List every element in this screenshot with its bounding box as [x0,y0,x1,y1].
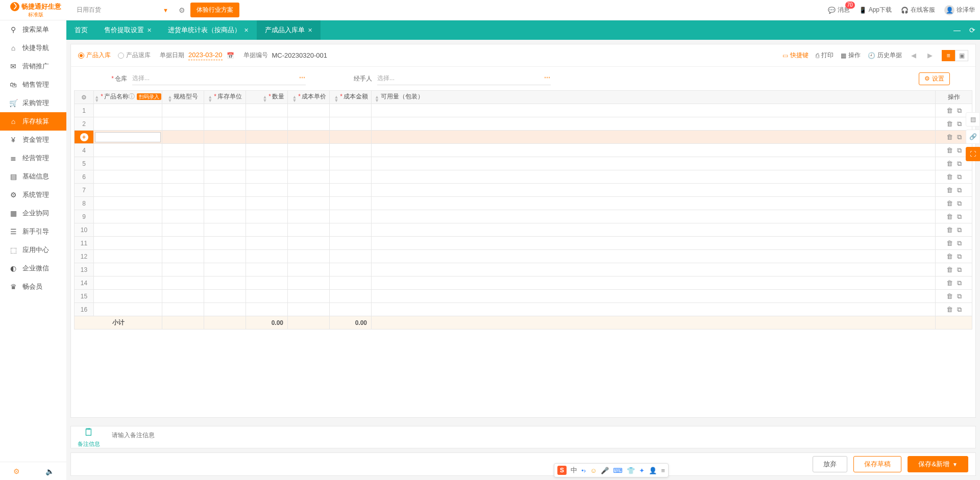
rail-template-icon[interactable]: ▤ [966,112,980,127]
rail-expand-icon[interactable]: ⛶ [966,147,980,161]
support-button[interactable]: 🎧 在线客服 [901,6,935,14]
sidebar-item[interactable]: ⚙系统管理 [0,186,66,204]
copy-row-icon[interactable]: ⧉ [957,252,962,260]
prev-doc-button[interactable]: ◀ [909,52,918,59]
cell-unit[interactable] [204,263,246,276]
delete-row-icon[interactable]: 🗑 [946,186,953,194]
cell-qty[interactable] [246,223,288,237]
table-row[interactable]: 10🗑⧉ [75,223,972,237]
cell-qty[interactable] [246,144,288,157]
close-icon[interactable]: ✕ [147,27,152,34]
sidebar-item[interactable]: ⬚应用中心 [0,241,66,259]
copy-row-icon[interactable]: ⧉ [957,226,962,234]
shortcut-link[interactable]: ▭快捷键 [782,51,808,60]
cell-name[interactable] [94,250,162,263]
cell-name[interactable] [94,144,162,157]
cell-qty[interactable] [246,117,288,131]
print-link[interactable]: ⎙打印 [816,51,834,60]
cell-name[interactable] [94,184,162,197]
cell-available[interactable] [372,104,936,117]
cell-spec[interactable] [162,290,204,303]
column-settings-button[interactable]: ⚙ 设置 [919,72,950,85]
cell-price[interactable] [288,290,330,303]
table-wrapper[interactable]: ⚙ ▲▼*产品名称ⓘ扫码录入 ▲▼规格型号 ▲▼*库存单位 ▲▼*数量 ▲▼*成… [71,90,975,417]
cell-amount[interactable] [330,303,372,316]
ime-tool-icon[interactable]: ✦ [639,467,645,474]
user-menu[interactable]: 👤 徐泽华 [944,5,975,15]
cell-spec[interactable] [162,237,204,250]
handler-more-icon[interactable]: ⋯ [544,74,551,83]
delete-row-icon[interactable]: 🗑 [946,266,953,273]
cell-price[interactable] [288,170,330,184]
cell-unit[interactable] [204,210,246,223]
sidebar-item[interactable]: ☰新手引导 [0,222,66,241]
sidebar-item[interactable]: ¥资金管理 [0,131,66,149]
cell-amount[interactable] [330,290,372,303]
table-row[interactable]: 9🗑⧉ [75,210,972,223]
remark-input[interactable] [112,432,970,439]
col-available[interactable]: ▲▼可用量（包装） [372,91,936,104]
save-new-button[interactable]: 保存&新增 ▼ [908,456,968,472]
cell-name[interactable] [94,290,162,303]
cell-amount[interactable] [330,210,372,223]
delete-row-icon[interactable]: 🗑 [946,279,953,287]
tab[interactable]: 首页 [66,20,96,40]
cell-qty[interactable] [246,290,288,303]
copy-row-icon[interactable]: ⧉ [957,213,962,220]
copy-row-icon[interactable]: ⧉ [957,133,962,141]
category-gear-icon[interactable]: ⚙ [179,6,185,14]
promo-button[interactable]: 体验行业方案 [190,3,239,17]
cell-qty[interactable] [246,184,288,197]
tab[interactable]: 产成品入库单✕ [257,20,321,40]
cell-price[interactable] [288,184,330,197]
cell-unit[interactable] [204,157,246,170]
cell-spec[interactable] [162,210,204,223]
cell-available[interactable] [372,276,936,290]
ops-link[interactable]: ▦操作 [841,51,861,60]
delete-row-icon[interactable]: 🗑 [946,173,953,181]
cell-name[interactable] [94,104,162,117]
col-product-name[interactable]: ▲▼*产品名称ⓘ扫码录入 [94,91,162,104]
cell-amount[interactable] [330,131,372,144]
cell-amount[interactable] [330,144,372,157]
view-card-button[interactable]: ▣ [955,50,968,61]
help-icon[interactable]: ⓘ [129,93,135,100]
view-list-button[interactable]: ≡ [942,50,955,61]
cell-spec[interactable] [162,276,204,290]
delete-row-icon[interactable]: 🗑 [946,160,953,167]
table-gear-icon[interactable]: ⚙ [75,91,94,104]
col-qty[interactable]: ▲▼*数量 [246,91,288,104]
cell-name[interactable] [94,276,162,290]
cell-qty[interactable] [246,157,288,170]
cell-unit[interactable] [204,303,246,316]
cell-name[interactable] [94,117,162,131]
table-row[interactable]: 12🗑⧉ [75,250,972,263]
cell-price[interactable] [288,263,330,276]
cell-qty[interactable] [246,250,288,263]
ime-smile-icon[interactable]: ☺ [590,467,597,474]
delete-row-icon[interactable]: 🗑 [946,133,953,141]
sidebar-item[interactable]: ⌂快捷导航 [0,39,66,57]
delete-row-icon[interactable]: 🗑 [946,292,953,300]
table-row[interactable]: 8🗑⧉ [75,197,972,210]
cell-unit[interactable] [204,104,246,117]
cell-available[interactable] [372,131,936,144]
warehouse-input[interactable]: 选择... ⋯ [132,72,306,85]
ime-dot-icon[interactable]: •› [581,467,586,474]
radio-product-out[interactable]: 产品退库 [118,51,151,60]
history-link[interactable]: 🕘历史单据 [868,51,902,60]
cell-name[interactable] [94,157,162,170]
sidebar-item[interactable]: 🛒采购管理 [0,94,66,112]
cell-price[interactable] [288,117,330,131]
table-row[interactable]: 7🗑⧉ [75,184,972,197]
cell-available[interactable] [372,237,936,250]
cell-available[interactable] [372,184,936,197]
cell-spec[interactable] [162,197,204,210]
cell-qty[interactable] [246,197,288,210]
calendar-icon[interactable]: 📅 [227,52,234,59]
cell-price[interactable] [288,131,330,144]
copy-row-icon[interactable]: ⧉ [957,186,962,194]
cell-price[interactable] [288,237,330,250]
cell-spec[interactable] [162,223,204,237]
cell-available[interactable] [372,290,936,303]
